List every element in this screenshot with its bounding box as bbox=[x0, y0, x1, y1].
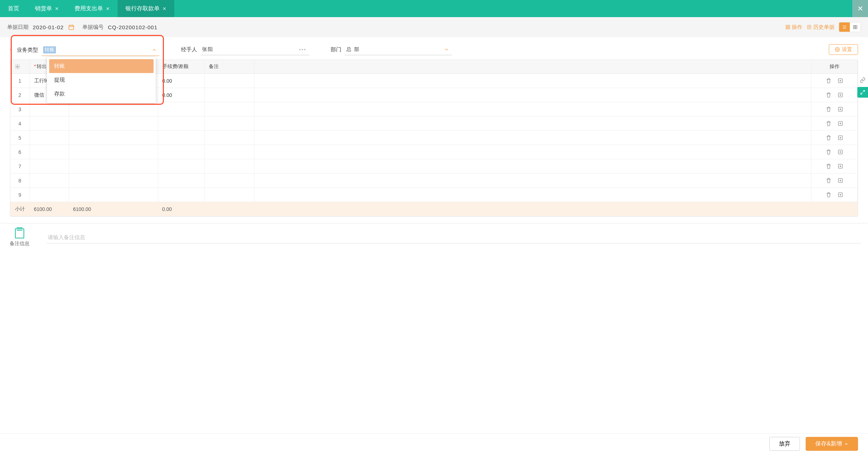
add-row-icon[interactable] bbox=[838, 135, 843, 140]
subtotal-fee: 0.00 bbox=[158, 202, 204, 216]
note-icon bbox=[15, 228, 24, 238]
cell-remark[interactable] bbox=[204, 145, 254, 159]
cell-in-amount[interactable] bbox=[69, 188, 158, 202]
cell-remark[interactable] bbox=[204, 102, 254, 117]
close-all-button[interactable]: ✕ bbox=[852, 0, 868, 17]
table-row[interactable]: 5 bbox=[10, 131, 858, 145]
history-button[interactable]: 历史单据 bbox=[807, 24, 835, 31]
cell-remark[interactable] bbox=[204, 88, 254, 102]
view-card-icon[interactable] bbox=[850, 22, 861, 32]
cell-remark[interactable] bbox=[204, 74, 254, 88]
doc-no-value: CQ-20200102-001 bbox=[108, 24, 157, 30]
cell-out-account[interactable] bbox=[30, 159, 69, 174]
cell-remark[interactable] bbox=[204, 188, 254, 202]
add-row-icon[interactable] bbox=[838, 121, 843, 126]
dept-select[interactable]: 总 部 bbox=[345, 44, 452, 55]
col-remark: 备注 bbox=[204, 60, 254, 74]
biz-type-select[interactable]: 转账 bbox=[42, 44, 160, 56]
row-index: 1 bbox=[10, 74, 30, 88]
dropdown-option-deposit[interactable]: 存款 bbox=[49, 87, 154, 101]
dept-label: 部门 bbox=[331, 46, 341, 53]
cell-fee[interactable]: 0.00 bbox=[158, 88, 204, 102]
more-icon[interactable]: ••• bbox=[299, 47, 306, 52]
cell-out-account[interactable] bbox=[30, 145, 69, 159]
view-list-icon[interactable] bbox=[839, 22, 850, 32]
add-row-icon[interactable] bbox=[838, 149, 843, 155]
dropdown-option-transfer[interactable]: 转账 bbox=[49, 59, 154, 73]
cell-fee[interactable] bbox=[158, 145, 204, 159]
top-tab-bar: 首页 销货单 ✕ 费用支出单 ✕ 银行存取款单 ✕ ✕ bbox=[0, 0, 868, 17]
dropdown-option-withdraw[interactable]: 提现 bbox=[49, 73, 154, 87]
cell-in-amount[interactable] bbox=[69, 131, 158, 145]
col-fee: 手续费/差额 bbox=[158, 60, 204, 74]
form-area: * 业务类型 转账 转账 提现 存款 经手人 张阳 ••• 部门 总 部 bbox=[0, 37, 868, 60]
cell-out-account[interactable] bbox=[30, 117, 69, 131]
tab-bank-transfer[interactable]: 银行存取款单 ✕ bbox=[118, 0, 174, 17]
cell-remark[interactable] bbox=[204, 174, 254, 188]
tab-home[interactable]: 首页 bbox=[0, 0, 27, 17]
cell-out-account[interactable] bbox=[30, 131, 69, 145]
table-row[interactable]: 6 bbox=[10, 145, 858, 159]
table-row[interactable]: 9 bbox=[10, 188, 858, 202]
delete-row-icon[interactable] bbox=[826, 107, 831, 112]
remark-input[interactable] bbox=[46, 231, 861, 243]
cell-remark[interactable] bbox=[204, 159, 254, 174]
settings-button[interactable]: 设置 bbox=[829, 44, 858, 55]
handler-input[interactable]: 张阳 ••• bbox=[201, 44, 309, 55]
close-icon[interactable]: ✕ bbox=[106, 6, 110, 11]
cell-actions bbox=[811, 74, 858, 88]
table-row[interactable]: 7 bbox=[10, 159, 858, 174]
svg-rect-2 bbox=[788, 25, 790, 27]
delete-row-icon[interactable] bbox=[826, 164, 831, 169]
close-icon[interactable]: ✕ bbox=[162, 6, 166, 11]
cell-fee[interactable] bbox=[158, 174, 204, 188]
column-settings[interactable] bbox=[10, 60, 30, 74]
cell-actions bbox=[811, 174, 858, 188]
table-row[interactable]: 8 bbox=[10, 174, 858, 188]
tab-sales[interactable]: 销货单 ✕ bbox=[27, 0, 67, 17]
delete-row-icon[interactable] bbox=[826, 121, 831, 126]
cell-in-amount[interactable] bbox=[69, 174, 158, 188]
cell-in-amount[interactable] bbox=[69, 117, 158, 131]
cell-fee[interactable] bbox=[158, 102, 204, 117]
actions-button[interactable]: 操作 bbox=[785, 24, 802, 31]
cell-fee[interactable] bbox=[158, 159, 204, 174]
delete-row-icon[interactable] bbox=[826, 192, 831, 197]
cell-actions bbox=[811, 117, 858, 131]
cell-fee[interactable] bbox=[158, 188, 204, 202]
table-row[interactable]: 4 bbox=[10, 117, 858, 131]
delete-row-icon[interactable] bbox=[826, 78, 831, 83]
add-row-icon[interactable] bbox=[838, 107, 843, 112]
add-row-icon[interactable] bbox=[838, 92, 843, 98]
cell-fee[interactable]: 0.00 bbox=[158, 74, 204, 88]
cell-out-account[interactable] bbox=[30, 102, 69, 117]
tab-expense[interactable]: 费用支出单 ✕ bbox=[67, 0, 118, 17]
add-row-icon[interactable] bbox=[838, 78, 843, 83]
add-row-icon[interactable] bbox=[838, 164, 843, 169]
cell-fee[interactable] bbox=[158, 131, 204, 145]
delete-row-icon[interactable] bbox=[826, 135, 831, 140]
row-index: 3 bbox=[10, 102, 30, 117]
subtotal-in: 6100.00 bbox=[69, 202, 158, 216]
tab-label: 销货单 bbox=[35, 5, 52, 12]
add-row-icon[interactable] bbox=[838, 192, 843, 197]
cell-in-amount[interactable] bbox=[69, 159, 158, 174]
add-row-icon[interactable] bbox=[838, 178, 843, 183]
link-icon[interactable] bbox=[857, 75, 868, 86]
delete-row-icon[interactable] bbox=[826, 92, 831, 98]
cell-fee[interactable] bbox=[158, 117, 204, 131]
date-value[interactable]: 2020-01-02 bbox=[33, 24, 64, 30]
cell-out-account[interactable] bbox=[30, 188, 69, 202]
table-row[interactable]: 3 bbox=[10, 102, 858, 117]
cell-in-amount[interactable] bbox=[69, 102, 158, 117]
cell-remark[interactable] bbox=[204, 131, 254, 145]
cell-in-amount[interactable] bbox=[69, 145, 158, 159]
close-icon[interactable]: ✕ bbox=[55, 6, 59, 11]
delete-row-icon[interactable] bbox=[826, 149, 831, 155]
cell-out-account[interactable] bbox=[30, 174, 69, 188]
delete-row-icon[interactable] bbox=[826, 178, 831, 183]
expand-icon[interactable] bbox=[857, 87, 868, 98]
calendar-icon[interactable] bbox=[68, 24, 74, 30]
svg-point-11 bbox=[17, 66, 18, 67]
cell-remark[interactable] bbox=[204, 117, 254, 131]
